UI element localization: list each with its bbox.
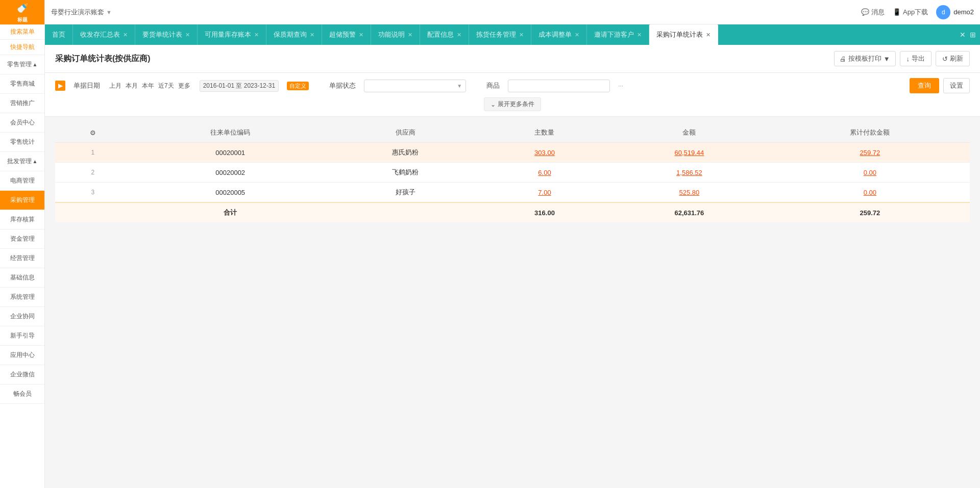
status-select[interactable] <box>364 80 466 92</box>
goods-input[interactable] <box>508 80 610 92</box>
shortcut-7days[interactable]: 近7天 <box>157 81 175 91</box>
row-paid-amount[interactable]: 259.72 <box>770 143 970 163</box>
tab-close-shelf-life-query[interactable]: ✕ <box>310 32 314 38</box>
sidebar-item-retail-manage[interactable]: 零售管理▲ <box>0 55 44 74</box>
row-amount[interactable]: 1,586.52 <box>608 163 770 183</box>
message-icon: 💬 <box>861 8 869 16</box>
tab-pick-task-manage[interactable]: 拣货任务管理✕ <box>469 24 531 45</box>
sidebar-search[interactable]: 搜索菜单 <box>0 24 44 40</box>
topbar-messages[interactable]: 💬 消息 <box>861 8 885 17</box>
sidebar-item-finance[interactable]: 资金管理 <box>0 229 44 249</box>
tab-cost-adjust[interactable]: 成本调整单✕ <box>531 24 587 45</box>
row-main-qty[interactable]: 6.00 <box>481 163 608 183</box>
data-table: ⚙ 往来单位编码 供应商 主数量 金额 累计付款金额 1 00020001 惠氏… <box>55 123 970 222</box>
tab-close-available-inventory[interactable]: ✕ <box>254 32 259 38</box>
user-avatar: d <box>936 5 950 19</box>
sidebar-item-enterprise-wechat[interactable]: 企业微信 <box>0 365 44 384</box>
col-unit-code: 往来单位编码 <box>131 123 330 143</box>
tab-overstock-warning[interactable]: 超储预警✕ <box>322 24 371 45</box>
tab-close-function-desc[interactable]: ✕ <box>408 32 412 38</box>
sidebar-item-sys-manage[interactable]: 系统管理 <box>0 288 44 307</box>
sidebar-item-operation[interactable]: 经营管理 <box>0 249 44 268</box>
sidebar-item-label-retail-mall: 零售商城 <box>10 80 35 88</box>
tab-close-req-goods-summary[interactable]: ✕ <box>185 32 190 38</box>
tab-close-cost-adjust[interactable]: ✕ <box>575 32 579 38</box>
sidebar-item-ecom-manage[interactable]: 电商管理 <box>0 171 44 191</box>
row-unit-code: 00020005 <box>131 183 330 203</box>
tab-close-config-info[interactable]: ✕ <box>457 32 461 38</box>
tab-close-overstock-warning[interactable]: ✕ <box>359 32 363 38</box>
topbar-app-download[interactable]: 📱 App下载 <box>893 8 928 17</box>
sidebar-item-app-center[interactable]: 应用中心 <box>0 346 44 365</box>
filter-toggle-button[interactable]: ▶ <box>55 81 65 91</box>
sidebar-item-basic-info[interactable]: 基础信息 <box>0 268 44 288</box>
page-title: 采购订单统计表(按供应商) <box>55 54 151 70</box>
logo-image: 🍼 <box>13 1 32 15</box>
col-settings[interactable]: ⚙ <box>55 123 131 143</box>
industry-name: 母婴行业演示账套 <box>51 8 104 17</box>
table-settings-icon[interactable]: ⚙ <box>90 129 96 137</box>
topbar-user[interactable]: d demo2 <box>936 5 974 19</box>
row-amount[interactable]: 525.80 <box>608 183 770 203</box>
date-range-display[interactable]: 2016-01-01 至 2023-12-31 <box>200 80 279 92</box>
print-label: 按模板打印 <box>848 54 881 63</box>
tab-home[interactable]: 首页 <box>45 24 73 45</box>
row-main-qty[interactable]: 303.00 <box>481 143 608 163</box>
sidebar: 🍼 标题 搜索菜单 快捷导航 零售管理▲零售商城营销推广会员中心零售统计批发管理… <box>0 0 45 488</box>
tabbar-maximize[interactable]: ⊞ <box>970 31 976 39</box>
tab-shelf-life-query[interactable]: 保质期查询✕ <box>266 24 322 45</box>
sidebar-item-enterprise-coop[interactable]: 企业协同 <box>0 307 44 326</box>
refresh-icon: ↺ <box>942 55 948 63</box>
date-filter-label: 单据日期 <box>74 81 100 90</box>
sidebar-item-label-new-guide: 新手引导 <box>10 331 35 340</box>
logo-text: 标题 <box>17 16 28 23</box>
tabbar-close-all[interactable]: ✕ <box>960 31 966 39</box>
sidebar-item-marketing[interactable]: 营销推广 <box>0 94 44 113</box>
sidebar-item-retail-mall[interactable]: 零售商城 <box>0 74 44 94</box>
tab-close-pick-task-manage[interactable]: ✕ <box>519 32 524 38</box>
shortcut-more[interactable]: 更多 <box>177 81 191 91</box>
shortcut-last-month[interactable]: 上月 <box>108 81 122 91</box>
sidebar-item-label-inventory: 库存核算 <box>10 215 35 224</box>
tab-close-receive-summary[interactable]: ✕ <box>123 32 128 38</box>
sidebar-item-member-center[interactable]: 会员中心 <box>0 113 44 133</box>
print-button[interactable]: 🖨 按模板打印 ▼ <box>834 51 896 66</box>
col-paid-amount: 累计付款金额 <box>770 123 970 143</box>
shortcut-this-month[interactable]: 本月 <box>125 81 139 91</box>
tab-close-invite-downstream[interactable]: ✕ <box>637 32 642 38</box>
tab-config-info[interactable]: 配置信息✕ <box>420 24 469 45</box>
export-button[interactable]: ↓ 导出 <box>900 51 932 66</box>
tab-invite-downstream[interactable]: 邀请下游客户✕ <box>587 24 649 45</box>
row-index: 2 <box>55 163 131 183</box>
refresh-button[interactable]: ↺ 刷新 <box>936 51 970 66</box>
row-paid-amount[interactable]: 0.00 <box>770 163 970 183</box>
sidebar-item-label-purchase-manage: 采购管理 <box>10 196 35 204</box>
sidebar-item-inventory[interactable]: 库存核算 <box>0 210 44 229</box>
sidebar-item-vip-member[interactable]: 畅会员 <box>0 384 44 404</box>
tab-function-desc[interactable]: 功能说明✕ <box>371 24 420 45</box>
export-icon: ↓ <box>906 55 910 63</box>
sidebar-item-purchase-manage[interactable]: 采购管理 <box>0 191 44 210</box>
sidebar-quick-nav[interactable]: 快捷导航 <box>0 40 44 55</box>
row-main-qty[interactable]: 7.00 <box>481 183 608 203</box>
tab-receive-summary[interactable]: 收发存汇总表✕ <box>73 24 135 45</box>
tab-req-goods-summary[interactable]: 要货单统计表✕ <box>135 24 198 45</box>
tab-available-inventory[interactable]: 可用量库存账本✕ <box>198 24 266 45</box>
sidebar-item-new-guide[interactable]: 新手引导 <box>0 326 44 346</box>
row-amount[interactable]: 60,519.44 <box>608 143 770 163</box>
tab-close-purchase-order-summary[interactable]: ✕ <box>706 32 710 38</box>
goods-more-btn[interactable]: ··· <box>618 82 623 89</box>
expand-more-button[interactable]: ⌄ 展开更多条件 <box>484 97 541 111</box>
expand-icon: ⌄ <box>491 101 496 108</box>
sidebar-item-batch-manage[interactable]: 批发管理▲ <box>0 152 44 171</box>
row-paid-amount[interactable]: 0.00 <box>770 183 970 203</box>
sidebar-item-retail-stats[interactable]: 零售统计 <box>0 133 44 152</box>
tab-label-function-desc: 功能说明 <box>378 30 405 39</box>
sidebar-item-arrow-batch-manage: ▲ <box>33 159 38 164</box>
tab-purchase-order-summary[interactable]: 采购订单统计表✕ <box>649 24 718 45</box>
industry-selector[interactable]: 母婴行业演示账套 ▼ <box>51 8 112 17</box>
query-button[interactable]: 查询 <box>910 78 939 93</box>
shortcut-this-year[interactable]: 本年 <box>141 81 155 91</box>
sidebar-item-arrow-retail-manage: ▲ <box>33 62 38 67</box>
settings-button[interactable]: 设置 <box>943 78 970 93</box>
